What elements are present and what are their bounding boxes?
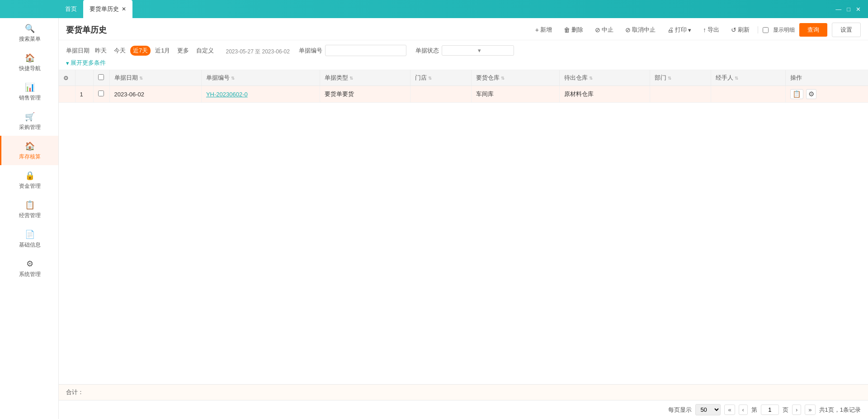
prev-page-button[interactable]: ‹ [739, 405, 748, 415]
th-store[interactable]: 门店 ⇅ [410, 70, 472, 86]
date-yesterday-btn[interactable]: 昨天 [92, 46, 109, 56]
content-area: 要货单历史 + 新增 🗑 删除 ⊘ 中止 ⊘ 取消中止 [59, 18, 868, 419]
tab-home[interactable]: 首页 [59, 0, 83, 18]
purchase-icon: 🛒 [25, 112, 35, 122]
header-actions: + 新增 🗑 删除 ⊘ 中止 ⊘ 取消中止 🖨 打印 [532, 23, 861, 37]
print-icon: 🖨 [667, 26, 674, 33]
row-doc-number-link[interactable]: YH-20230602-0 [206, 91, 248, 98]
page-prefix-label: 第 [751, 406, 757, 414]
date-last7days-btn[interactable]: 近7天 [130, 46, 151, 56]
row-checkbox[interactable] [98, 90, 104, 96]
doc-number-input[interactable] [325, 45, 406, 56]
sidebar-item-sales[interactable]: 📊 销售管理 [0, 77, 58, 106]
row-delete-button[interactable]: ⚙ [806, 89, 816, 99]
status-select-arrow-icon: ▾ [478, 47, 511, 54]
window-controls: — □ ✕ [835, 6, 868, 13]
page-suffix-label: 页 [783, 406, 788, 414]
th-date[interactable]: 单据日期 ⇅ [109, 70, 201, 86]
row-store-cell [410, 86, 472, 103]
select-all-checkbox[interactable] [98, 74, 104, 80]
cancel-stop-button[interactable]: ⊘ 取消中止 [622, 24, 659, 36]
row-doc-number-cell[interactable]: YH-20230602-0 [201, 86, 320, 103]
query-button[interactable]: 查询 [799, 23, 827, 37]
first-page-button[interactable]: « [724, 405, 735, 415]
date-last-month-btn[interactable]: 近1月 [152, 46, 173, 56]
last-page-button[interactable]: » [805, 405, 815, 415]
row-doc-type: 要货单要货 [325, 90, 354, 97]
row-pending-warehouse-cell: 原材料仓库 [560, 86, 650, 103]
th-req-warehouse[interactable]: 要货仓库 ⇅ [471, 70, 559, 86]
th-doc-type[interactable]: 单据类型 ⇅ [320, 70, 410, 86]
search-menu-icon: 🔍 [25, 24, 35, 33]
doc-number-filter: 单据编号 [299, 45, 406, 56]
sidebar-item-purchase-label: 采购管理 [19, 124, 41, 131]
status-filter: 单据状态 ▾ [415, 45, 514, 56]
th-settings[interactable]: ⚙ [59, 70, 75, 86]
print-arrow-icon: ▾ [688, 27, 691, 33]
sales-icon: 📊 [25, 82, 35, 92]
delete-icon: 🗑 [564, 26, 570, 33]
refresh-icon: ↺ [731, 26, 736, 33]
sidebar-item-basic-info[interactable]: 📄 基础信息 [0, 224, 58, 253]
filter-area: 单据日期 昨天 今天 近7天 近1月 更多 自定义 2023-05-27 至 2… [59, 40, 868, 70]
table-body: 1 2023-06-02 YH-20230602-0 要货单要货 [59, 86, 868, 103]
close-tab-icon[interactable]: ✕ [122, 6, 126, 12]
date-filter: 单据日期 昨天 今天 近7天 近1月 更多 自定义 [66, 46, 217, 56]
delete-button[interactable]: 🗑 删除 [560, 24, 587, 36]
window-close-btn[interactable]: ✕ [856, 6, 861, 13]
settings-gear-icon[interactable]: ⚙ [63, 75, 69, 81]
th-pending-warehouse[interactable]: 待出仓库 ⇅ [560, 70, 650, 86]
table-area: ⚙ 单据日期 ⇅ [59, 70, 868, 384]
show-detail-checkbox[interactable] [763, 27, 769, 33]
expand-more-btn[interactable]: ▾ 展开更多条件 [66, 59, 861, 67]
inventory-icon: 🏠 [25, 141, 35, 151]
date-sort-icon: ⇅ [139, 76, 143, 81]
summary-label: 合计： [66, 388, 84, 396]
row-check-cell[interactable] [93, 86, 109, 103]
sidebar-item-search-menu[interactable]: 🔍 搜索菜单 [0, 18, 58, 48]
sidebar-item-inventory[interactable]: 🏠 库存核算 [0, 136, 58, 165]
date-today-btn[interactable]: 今天 [111, 46, 128, 56]
status-select[interactable]: ▾ [442, 45, 514, 56]
row-date: 2023-06-02 [114, 91, 145, 98]
refresh-label: 刷新 [738, 26, 750, 34]
store-sort-icon: ⇅ [428, 76, 432, 81]
window-minimize-btn[interactable]: — [835, 6, 841, 13]
page-number-input[interactable] [761, 405, 779, 415]
sidebar-item-finance[interactable]: 🔒 资金管理 [0, 165, 58, 195]
date-more-btn[interactable]: 更多 [175, 46, 192, 56]
row-req-warehouse-cell: 车间库 [471, 86, 559, 103]
export-button[interactable]: ↑ 导出 [699, 24, 723, 36]
row-date-cell: 2023-06-02 [109, 86, 201, 103]
sidebar-item-basic-info-label: 基础信息 [19, 241, 41, 249]
per-page-select[interactable]: 10 20 50 100 [695, 404, 721, 415]
row-req-warehouse: 车间库 [476, 90, 494, 97]
department-sort-icon: ⇅ [668, 76, 671, 81]
cancel-stop-label: 取消中止 [632, 26, 656, 34]
delete-label: 删除 [571, 26, 583, 34]
th-department[interactable]: 部门 ⇅ [650, 70, 711, 86]
print-button[interactable]: 🖨 打印 ▾ [664, 24, 695, 36]
window-maximize-btn[interactable]: □ [847, 6, 850, 13]
row-edit-button[interactable]: 📋 [790, 89, 803, 99]
add-icon: + [535, 26, 539, 33]
sidebar-item-quick-nav[interactable]: 🏠 快捷导航 [0, 48, 58, 77]
settings-button[interactable]: 设置 [832, 23, 861, 37]
sidebar-item-purchase[interactable]: 🛒 采购管理 [0, 106, 58, 136]
refresh-button[interactable]: ↺ 刷新 [727, 24, 753, 36]
next-page-button[interactable]: › [792, 405, 801, 415]
row-department-cell [650, 86, 711, 103]
finance-icon: 🔒 [25, 171, 35, 181]
expand-more-icon: ▾ [66, 60, 69, 67]
th-checkbox[interactable] [93, 70, 109, 86]
add-button[interactable]: + 新增 [532, 24, 556, 36]
date-custom-btn[interactable]: 自定义 [193, 46, 217, 56]
stop-button[interactable]: ⊘ 中止 [591, 24, 617, 36]
sidebar-item-search-menu-label: 搜索菜单 [19, 35, 41, 43]
basic-info-icon: 📄 [25, 229, 35, 239]
sidebar-item-operations[interactable]: 📋 经营管理 [0, 195, 58, 224]
tab-requisition-history[interactable]: 要货单历史 ✕ [83, 0, 132, 18]
th-handler[interactable]: 经手人 ⇅ [711, 70, 785, 86]
th-doc-number[interactable]: 单据编号 ⇅ [201, 70, 320, 86]
sidebar-item-system[interactable]: ⚙ 系统管理 [0, 253, 58, 283]
